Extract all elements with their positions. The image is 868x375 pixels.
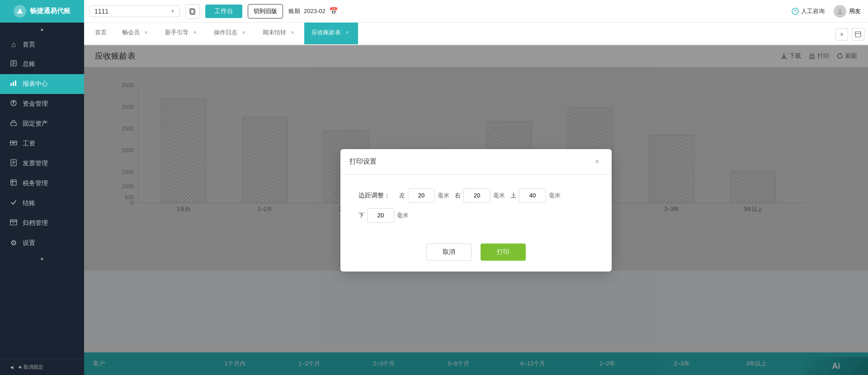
sidebar-item-salary-label: 工资	[23, 140, 35, 148]
sidebar-item-funds-label: 资金管理	[23, 100, 48, 108]
tab-guide-close[interactable]: ×	[191, 29, 198, 36]
print-confirm-button[interactable]: 打印	[481, 244, 526, 261]
settings-icon: ⚙	[9, 239, 18, 247]
tab-home[interactable]: 首页	[88, 23, 114, 44]
calendar-icon[interactable]: 📅	[329, 7, 338, 15]
svg-point-2	[792, 8, 798, 14]
checkout-icon	[9, 199, 18, 208]
bottom-unit-label: 毫米	[397, 211, 409, 220]
top-margin-input[interactable]	[519, 188, 546, 203]
tab-receivable-label: 应收账龄表	[311, 28, 341, 37]
margin-row: 边距调整： 左 毫米 右 毫米	[359, 188, 594, 223]
logo-icon	[14, 5, 26, 18]
modal-close-button[interactable]: ×	[592, 156, 603, 167]
left-margin-group: 左 毫米	[399, 188, 449, 203]
header-right: 人工咨询 用友	[791, 5, 861, 18]
period-area: 账期 2023-02 📅	[288, 7, 338, 15]
modal-overlay: 打印设置 × 边距调整： 左 毫米 右	[84, 45, 868, 375]
sidebar-scroll-down[interactable]: ▼	[0, 253, 84, 265]
tab-period-end[interactable]: 期末结转 ×	[255, 23, 303, 44]
svg-rect-14	[10, 141, 17, 145]
sidebar-item-archive[interactable]: 归档管理	[0, 213, 84, 233]
tab-oplog-close[interactable]: ×	[240, 29, 247, 36]
sidebar-item-archive-label: 归档管理	[23, 219, 48, 227]
tab-period-end-close[interactable]: ×	[289, 29, 296, 36]
switch-old-button[interactable]: 切到旧版	[248, 4, 283, 19]
margin-label: 边距调整：	[359, 192, 390, 200]
tabs-close-button[interactable]: ×	[835, 28, 848, 41]
service-button[interactable]: 人工咨询	[791, 7, 825, 15]
company-name: 1111	[94, 8, 167, 15]
sidebar-scroll-up[interactable]: ▲	[0, 23, 84, 35]
svg-rect-10	[13, 82, 14, 86]
tab-home-label: 首页	[95, 28, 107, 37]
main-layout: ▲ ⌂ 首页 总账	[0, 23, 868, 375]
top-unit-label: 毫米	[549, 192, 561, 200]
sidebar-item-checkout-label: 结账	[23, 199, 35, 207]
sidebar-item-settings-label: 设置	[23, 239, 35, 247]
tab-member-close[interactable]: ×	[142, 29, 150, 36]
modal-footer: 取消 打印	[340, 236, 612, 272]
copy-button[interactable]	[185, 4, 200, 19]
left-direction-label: 左	[399, 192, 405, 200]
right-unit-label: 毫米	[493, 192, 505, 200]
service-label: 人工咨询	[801, 7, 825, 15]
print-dialog: 打印设置 × 边距调整： 左 毫米 右	[340, 149, 612, 272]
sidebar-item-funds[interactable]: 资金管理	[0, 94, 84, 114]
page-content: 应收账龄表 下载	[84, 45, 868, 375]
top-margin-group: 上 毫米	[510, 188, 561, 203]
svg-rect-13	[11, 122, 16, 126]
sidebar-item-invoice[interactable]: 发票管理	[0, 154, 84, 173]
collapse-arrow-icon: ◄	[9, 364, 14, 370]
tab-receivable[interactable]: 应收账龄表 ×	[304, 23, 358, 44]
tab-member-label: 畅会员	[122, 28, 140, 37]
right-margin-group: 右 毫米	[455, 188, 505, 203]
sidebar-item-settings[interactable]: ⚙ 设置	[0, 233, 84, 253]
sidebar-item-salary[interactable]: 工资	[0, 134, 84, 154]
home-icon: ⌂	[9, 41, 18, 49]
sidebar-item-home[interactable]: ⌂ 首页	[0, 35, 84, 54]
ledger-icon	[9, 60, 18, 69]
bottom-margin-input[interactable]	[367, 208, 394, 223]
assets-icon	[9, 119, 18, 128]
invoice-icon	[9, 159, 18, 168]
right-margin-input[interactable]	[463, 188, 491, 203]
reports-icon	[9, 80, 18, 89]
svg-point-3	[795, 12, 796, 13]
logo-area: 畅捷通易代账	[0, 0, 84, 23]
sidebar-item-ledger[interactable]: 总账	[0, 54, 84, 74]
logo-text: 畅捷通易代账	[30, 7, 71, 15]
tab-period-end-label: 期末结转	[263, 28, 286, 37]
workbench-button[interactable]: 工作台	[205, 5, 242, 18]
company-selector[interactable]: 1111 ▼	[90, 5, 180, 17]
tab-guide-label: 新手引导	[165, 28, 189, 37]
funds-icon	[9, 99, 18, 108]
user-area[interactable]: 用友	[834, 5, 861, 18]
tab-member[interactable]: 畅会员 ×	[115, 23, 157, 44]
tax-icon	[9, 179, 18, 188]
left-unit-label: 毫米	[438, 192, 449, 200]
bottom-direction-label: 下	[359, 211, 364, 220]
tab-oplog[interactable]: 操作日志 ×	[207, 23, 255, 44]
sidebar-item-reports[interactable]: 报表中心	[0, 74, 84, 94]
sidebar-item-tax[interactable]: 税务管理	[0, 173, 84, 193]
cancel-button[interactable]: 取消	[426, 244, 472, 261]
tab-receivable-close[interactable]: ×	[344, 29, 351, 36]
content-area: 首页 畅会员 × 新手引导 × 操作日志 × 期末结转 × 应收账龄表 ×	[84, 23, 868, 375]
svg-rect-11	[15, 80, 16, 86]
sidebar-item-assets-label: 固定资产	[23, 120, 48, 128]
left-margin-input[interactable]	[408, 188, 435, 203]
tabs-expand-button[interactable]	[852, 28, 864, 41]
tab-guide[interactable]: 新手引导 ×	[158, 23, 206, 44]
bottom-margin-group: 下 毫米	[359, 208, 409, 223]
period-value: 2023-02	[304, 8, 326, 14]
sidebar-collapse[interactable]: ◄ ◄ 取消固定	[0, 359, 84, 375]
avatar	[834, 5, 846, 18]
sidebar: ▲ ⌂ 首页 总账	[0, 23, 84, 375]
sidebar-item-assets[interactable]: 固定资产	[0, 114, 84, 134]
modal-body: 边距调整： 左 毫米 右 毫米	[340, 175, 612, 236]
sidebar-item-checkout[interactable]: 结账	[0, 193, 84, 213]
modal-header: 打印设置 ×	[340, 149, 612, 175]
svg-point-4	[839, 9, 841, 12]
period-label: 账期	[288, 7, 300, 15]
